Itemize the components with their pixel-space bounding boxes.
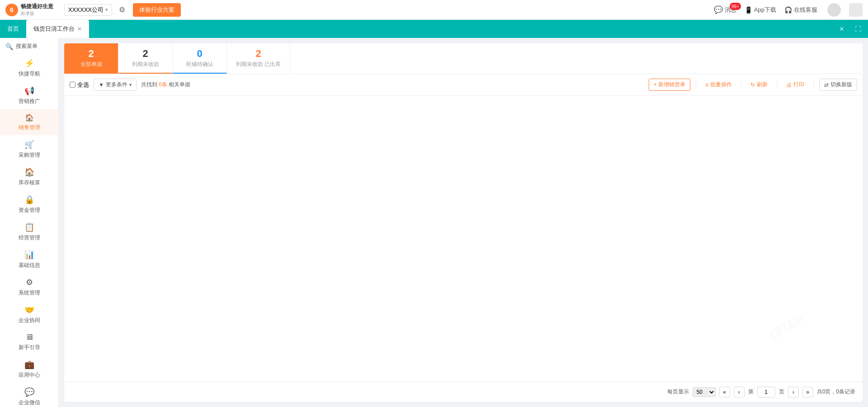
stat-tab-overdue-shipped[interactable]: 2 到期未收款 已出库 xyxy=(227,43,290,74)
sidebar-item-inventory[interactable]: 🏠 库存核算 xyxy=(0,163,58,190)
sidebar-item-guide[interactable]: 🖥 新手引导 xyxy=(0,328,58,355)
sidebar-item-quick-nav[interactable]: ⚡ 快捷导航 xyxy=(0,54,58,81)
switch-icon: ⇄ xyxy=(824,82,829,88)
page-number-input[interactable] xyxy=(757,387,775,398)
switch-version-btn[interactable]: ⇄ 切换新版 xyxy=(819,79,857,91)
refresh-icon: ↻ xyxy=(750,82,755,88)
stats-bar: 2 全部单据 2 到期未收款 0 旺铺待确认 2 到期未收款 已出库 xyxy=(64,43,863,74)
experience-btn[interactable]: 体验行业方案 xyxy=(133,3,181,17)
toolbar-divider3 xyxy=(777,81,777,89)
main-content: 2 全部单据 2 到期未收款 0 旺铺待确认 2 到期未收款 已出库 xyxy=(59,38,868,407)
toolbar-divider4 xyxy=(813,81,814,89)
headset-icon: 🎧 xyxy=(784,6,792,14)
user-more-btn[interactable] xyxy=(849,3,863,17)
total-records: 共0页，0条记录 xyxy=(817,388,855,396)
last-page-btn[interactable]: » xyxy=(802,387,813,398)
stat-tab-overdue[interactable]: 2 到期未收款 xyxy=(118,43,173,74)
sidebar-item-purchase[interactable]: 🛒 采购管理 xyxy=(0,135,58,163)
guide-icon: 🖥 xyxy=(25,332,33,342)
toolbar-left: 全选 ▼ 更多条件 ▾ 共找到 0条 相关单据 xyxy=(70,79,644,91)
user-avatar[interactable] xyxy=(827,3,841,17)
logo: 6 畅捷通好生意 标准版 xyxy=(5,3,64,17)
tab-home[interactable]: 首页 xyxy=(0,20,26,38)
sidebar-item-app-center[interactable]: 💼 应用中心 xyxy=(0,355,58,383)
sidebar-item-operation[interactable]: 📋 经营管理 xyxy=(0,218,58,245)
app-header: 6 畅捷通好生意 标准版 XXXXXX公司 ▾ ⚙ 体验行业方案 💬 消息 99… xyxy=(0,0,868,20)
finance-icon: 🔒 xyxy=(24,195,34,205)
wechat-icon: 💬 xyxy=(24,387,34,397)
filter-icon: ▼ xyxy=(99,82,104,88)
company-selector[interactable]: XXXXXX公司 ▾ xyxy=(64,4,112,16)
sales-icon: 🏠 xyxy=(25,113,34,122)
sidebar-label-purchase: 采购管理 xyxy=(19,151,40,159)
company-name: XXXXXX公司 xyxy=(68,6,104,14)
found-text: 共找到 0条 相关单据 xyxy=(141,81,190,89)
purchase-icon: 🛒 xyxy=(24,140,34,150)
refresh-btn[interactable]: ↻ 刷新 xyxy=(747,79,771,90)
first-page-btn[interactable]: « xyxy=(719,387,730,398)
select-all-label[interactable]: 全选 xyxy=(70,81,89,89)
stat-tab-wangpu[interactable]: 0 旺铺待确认 xyxy=(173,43,227,74)
new-sales-order-btn[interactable]: + 新增销货单 xyxy=(649,79,690,91)
sidebar-label-enterprise: 企业协同 xyxy=(19,317,40,324)
sidebar-label-operation: 经营管理 xyxy=(19,234,40,242)
sidebar-label-basic-info: 基础信息 xyxy=(19,262,40,269)
stat-num-overdue: 2 xyxy=(127,48,163,60)
app-download-btn[interactable]: 📱 App下载 xyxy=(745,6,776,14)
marketing-icon: 📢 xyxy=(24,86,34,96)
stat-num-all: 2 xyxy=(73,48,109,60)
sidebar-label-app-center: 应用中心 xyxy=(19,371,40,379)
tab-bar-actions: ✕ ⛶ xyxy=(835,23,868,35)
sidebar-item-basic-info[interactable]: 📊 基础信息 xyxy=(0,245,58,273)
sidebar-item-finance[interactable]: 🔒 资金管理 xyxy=(0,190,58,218)
sidebar-label-quick-nav: 快捷导航 xyxy=(19,70,40,78)
sidebar-label-sales: 销售管理 xyxy=(19,124,40,131)
content-card: 2 全部单据 2 到期未收款 0 旺铺待确认 2 到期未收款 已出库 xyxy=(64,43,863,402)
pagination: 每页显示 50 100 200 « ‹ 第 页 › » 共0页，0条记录 xyxy=(64,382,863,402)
app-center-icon: 💼 xyxy=(24,360,34,370)
sidebar-label-guide: 新手引导 xyxy=(19,344,40,351)
tab-cashflow[interactable]: 钱货日清工作台 ✕ xyxy=(26,20,89,38)
toolbar-right: + 新增销货单 ≡ 批量操作 ↻ 刷新 🖨 打印 xyxy=(649,79,857,91)
next-page-btn[interactable]: › xyxy=(788,387,799,398)
sidebar: 🔍 搜索菜单 ⚡ 快捷导航 📢 营销推广 🏠 销售管理 🛒 采购管理 🏠 库存核… xyxy=(0,38,59,407)
select-all-checkbox[interactable] xyxy=(70,82,75,88)
filter-btn[interactable]: ▼ 更多条件 ▾ xyxy=(94,79,137,91)
basic-info-icon: 📊 xyxy=(24,250,34,260)
table-area xyxy=(64,96,863,382)
sidebar-label-system: 系统管理 xyxy=(19,289,40,297)
print-icon: 🖨 xyxy=(786,82,792,88)
logo-text: 畅捷通好生意 标准版 xyxy=(21,3,53,17)
logo-icon: 6 xyxy=(5,4,18,16)
stat-label-overdue: 到期未收款 xyxy=(127,61,163,68)
per-page-select[interactable]: 50 100 200 xyxy=(693,387,716,397)
sidebar-item-wechat[interactable]: 💬 企业微信 xyxy=(0,383,58,407)
sidebar-label-wechat: 企业微信 xyxy=(19,399,40,407)
tab-expand-btn[interactable]: ⛶ xyxy=(852,23,864,35)
online-service-btn[interactable]: 🎧 在线客服 xyxy=(784,6,817,14)
print-btn[interactable]: 🖨 打印 xyxy=(783,79,808,90)
search-menu-label: 搜索菜单 xyxy=(16,42,38,50)
toolbar-divider xyxy=(696,81,696,89)
main-layout: 🔍 搜索菜单 ⚡ 快捷导航 📢 营销推广 🏠 销售管理 🛒 采购管理 🏠 库存核… xyxy=(0,38,868,407)
stat-tab-all[interactable]: 2 全部单据 xyxy=(64,43,118,74)
sidebar-label-inventory: 库存核算 xyxy=(19,179,40,187)
toolbar: 全选 ▼ 更多条件 ▾ 共找到 0条 相关单据 + 新增销货单 xyxy=(64,74,863,96)
search-menu-btn[interactable]: 🔍 搜索菜单 xyxy=(0,38,58,54)
tab-close-icon[interactable]: ✕ xyxy=(77,26,82,32)
batch-operation-btn[interactable]: ≡ 批量操作 xyxy=(702,79,736,90)
sidebar-item-sales[interactable]: 🏠 销售管理 xyxy=(0,109,58,135)
message-btn[interactable]: 💬 消息 99 xyxy=(714,5,736,14)
settings-btn[interactable]: ⚙ xyxy=(116,4,128,16)
sidebar-label-marketing: 营销推广 xyxy=(19,98,40,105)
sidebar-item-enterprise[interactable]: 🤝 企业协同 xyxy=(0,300,58,328)
tab-close-window-btn[interactable]: ✕ xyxy=(835,23,848,35)
filter-dropdown-icon: ▾ xyxy=(129,82,132,87)
sidebar-item-marketing[interactable]: 📢 营销推广 xyxy=(0,81,58,109)
stat-label-wangpu: 旺铺待确认 xyxy=(182,61,217,68)
sidebar-item-system[interactable]: ⚙ 系统管理 xyxy=(0,273,58,300)
page-label-pre: 第 xyxy=(748,388,754,396)
batch-icon: ≡ xyxy=(705,82,708,88)
prev-page-btn[interactable]: ‹ xyxy=(734,387,745,398)
enterprise-icon: 🤝 xyxy=(24,305,34,315)
